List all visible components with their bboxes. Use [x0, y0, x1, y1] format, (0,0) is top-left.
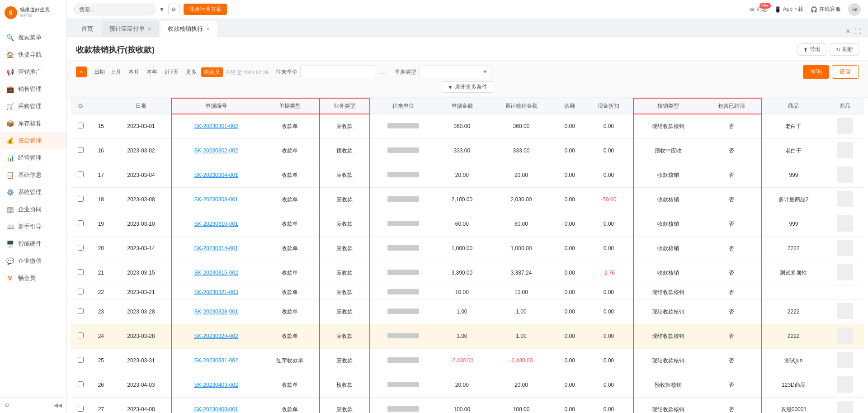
- th-settings[interactable]: ⚙: [71, 98, 91, 114]
- expand-more-button[interactable]: ▼ 展开更多条件: [442, 81, 493, 93]
- settings-bottom-icon[interactable]: ⚙: [5, 402, 9, 408]
- cell-voucher-no[interactable]: SK-20230304-001: [171, 163, 260, 187]
- voucher-link[interactable]: SK-20230403-002: [194, 382, 238, 388]
- industry-solution-button[interactable]: 体验行业方案: [184, 4, 227, 15]
- th-voucher-type[interactable]: 单据类型: [260, 98, 319, 114]
- date-btn-7days[interactable]: 近7天: [162, 67, 181, 77]
- topbar-dropdown[interactable]: ▼: [159, 6, 165, 13]
- voucher-type-select[interactable]: [419, 66, 491, 78]
- query-button[interactable]: 查询: [803, 65, 829, 79]
- sidebar-item-wechat[interactable]: 💬 企业微信: [0, 252, 66, 270]
- date-btn-custom[interactable]: 自定义: [201, 67, 223, 77]
- voucher-link[interactable]: SK-20230321-003: [194, 289, 238, 295]
- sidebar-item-search[interactable]: 🔍 搜索菜单: [0, 29, 66, 46]
- collapse-icon[interactable]: ◀◀: [54, 402, 62, 408]
- th-balance[interactable]: 余额: [555, 98, 584, 114]
- voucher-link[interactable]: SK-20230304-001: [194, 172, 238, 178]
- th-include-settled[interactable]: 包含已结清: [702, 98, 761, 114]
- date-btn-more[interactable]: 更多: [183, 67, 199, 77]
- cell-voucher-no[interactable]: SK-20230321-003: [171, 285, 260, 299]
- cell-checkbox[interactable]: [71, 236, 91, 261]
- topbar-search-input[interactable]: [74, 4, 156, 15]
- maximize-icon[interactable]: ⛶: [854, 28, 861, 35]
- th-verified-amount[interactable]: 累计核销金额: [487, 98, 555, 114]
- tab-pending-close[interactable]: ✕: [147, 26, 151, 32]
- sidebar-item-operation[interactable]: 📊 经营管理: [0, 149, 66, 166]
- cell-checkbox[interactable]: [71, 138, 91, 163]
- cell-checkbox[interactable]: [71, 163, 91, 187]
- voucher-link[interactable]: SK-20230328-002: [194, 333, 238, 339]
- user-avatar[interactable]: Rit: [848, 3, 861, 16]
- cell-checkbox[interactable]: [71, 285, 91, 299]
- partner-input[interactable]: [300, 66, 376, 78]
- th-date[interactable]: 日期: [111, 98, 171, 114]
- date-btn-this-year[interactable]: 本年: [144, 67, 160, 77]
- sidebar-item-inventory[interactable]: 📦 库存核算: [0, 115, 66, 132]
- cell-checkbox[interactable]: [71, 114, 91, 138]
- messages-button[interactable]: ✉ 消息 99+: [750, 5, 767, 13]
- voucher-link[interactable]: SK-20230314-001: [194, 245, 238, 252]
- cell-checkbox[interactable]: [71, 397, 91, 413]
- tab-home[interactable]: 首页: [74, 21, 100, 37]
- cell-voucher-no[interactable]: SK-20230328-002: [171, 324, 260, 348]
- voucher-link[interactable]: SK-20230308-001: [194, 196, 238, 203]
- cell-checkbox[interactable]: [71, 187, 91, 212]
- date-btn-this-month[interactable]: 本月: [126, 67, 142, 77]
- cell-checkbox[interactable]: [71, 373, 91, 397]
- sidebar-item-company[interactable]: 🏢 企业协同: [0, 201, 66, 218]
- cell-checkbox[interactable]: [71, 324, 91, 348]
- th-amount[interactable]: 单据金额: [437, 98, 487, 114]
- cell-voucher-no[interactable]: SK-20230315-002: [171, 261, 260, 285]
- voucher-link[interactable]: SK-20230301-002: [194, 123, 238, 129]
- cell-checkbox[interactable]: [71, 212, 91, 236]
- close-window-icon[interactable]: ✕: [845, 28, 851, 35]
- th-cancel-type[interactable]: 核销类型: [633, 98, 702, 114]
- cell-voucher-no[interactable]: SK-20230302-002: [171, 138, 260, 163]
- th-partner[interactable]: 往来单位: [370, 98, 437, 114]
- voucher-link[interactable]: SK-20230315-002: [194, 270, 238, 276]
- filter-expand-button[interactable]: »: [76, 66, 87, 77]
- filter-settings-button[interactable]: 设置: [832, 65, 859, 79]
- th-voucher-no[interactable]: 单据编号: [171, 98, 260, 114]
- cell-voucher-no[interactable]: SK-20230408-001: [171, 397, 260, 413]
- cell-voucher-no[interactable]: SK-20230403-002: [171, 373, 260, 397]
- sidebar-item-sales[interactable]: 💼 销售管理: [0, 81, 66, 98]
- th-goods[interactable]: 商品: [761, 98, 826, 114]
- cell-voucher-no[interactable]: SK-20230301-002: [171, 114, 260, 138]
- export-button[interactable]: ⬆ 导出: [797, 43, 826, 56]
- sidebar-item-member[interactable]: V 畅会员: [0, 270, 66, 287]
- date-btn-last-month[interactable]: 上月: [108, 67, 124, 77]
- tab-pending[interactable]: 预计应应付单 ✕: [102, 21, 159, 37]
- voucher-link[interactable]: SK-20230331-002: [194, 357, 238, 364]
- cell-checkbox[interactable]: [71, 348, 91, 373]
- sidebar-item-system[interactable]: ⚙️ 系统管理: [0, 184, 66, 201]
- tab-receipt[interactable]: 收款核销执行 ✕: [160, 21, 217, 37]
- cell-voucher-no[interactable]: SK-20230310-001: [171, 212, 260, 236]
- cell-voucher-no[interactable]: SK-20230314-001: [171, 236, 260, 261]
- sidebar-item-quicknav[interactable]: 🏠 快捷导航: [0, 46, 66, 63]
- sidebar-item-base[interactable]: 📋 基础信息: [0, 166, 66, 184]
- cell-voucher-no[interactable]: SK-20230328-001: [171, 299, 260, 324]
- sidebar-item-finance[interactable]: 💰 资金管理: [0, 132, 66, 149]
- voucher-link[interactable]: SK-20230328-001: [194, 309, 238, 315]
- sidebar-item-guide[interactable]: 📖 新手引导: [0, 218, 66, 235]
- cell-cash-discount: 0.00: [584, 236, 633, 261]
- voucher-link[interactable]: SK-20230310-001: [194, 221, 238, 227]
- online-service-button[interactable]: 🎧 在线客服: [811, 5, 841, 13]
- sidebar-item-hardware[interactable]: 🖥️ 智能硬件: [0, 235, 66, 252]
- cell-checkbox[interactable]: [71, 261, 91, 285]
- cell-checkbox[interactable]: [71, 299, 91, 324]
- cell-voucher-no[interactable]: SK-20230308-001: [171, 187, 260, 212]
- voucher-link[interactable]: SK-20230408-001: [194, 406, 238, 413]
- th-cash-discount[interactable]: 现金折扣: [584, 98, 633, 114]
- refresh-button[interactable]: ↻ 刷新: [830, 43, 859, 56]
- topbar-gear-btn[interactable]: ⚙: [168, 4, 180, 15]
- th-goods2[interactable]: 商品: [826, 98, 864, 114]
- sidebar-item-purchase[interactable]: 🛒 采购管理: [0, 98, 66, 115]
- cell-voucher-no[interactable]: SK-20230331-002: [171, 348, 260, 373]
- voucher-link[interactable]: SK-20230302-002: [194, 147, 238, 154]
- sidebar-item-marketing[interactable]: 📢 营销推广: [0, 63, 66, 81]
- th-biz-type[interactable]: 业务类型: [320, 98, 370, 114]
- tab-receipt-close[interactable]: ✕: [206, 26, 210, 32]
- app-download-button[interactable]: 📱 App下载: [774, 5, 803, 13]
